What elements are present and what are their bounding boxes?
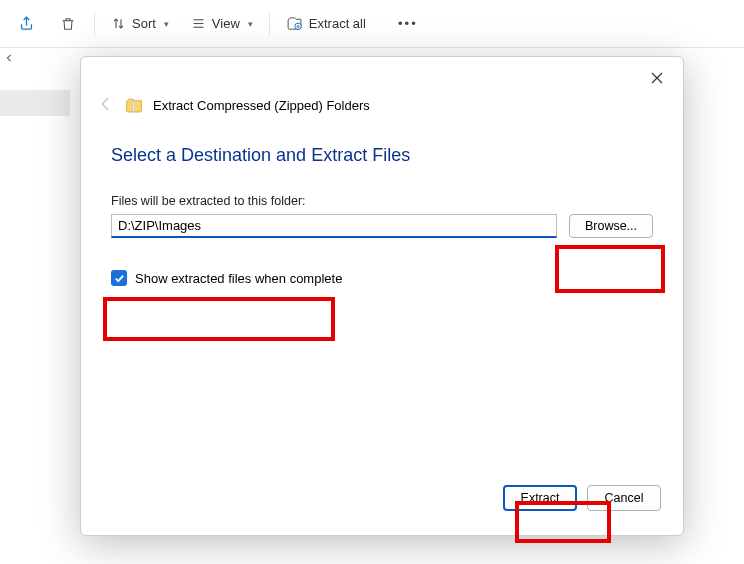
show-files-checkbox[interactable] [111,270,127,286]
share-button[interactable] [6,6,46,42]
cancel-button[interactable]: Cancel [587,485,661,511]
sort-button[interactable]: Sort ▾ [101,6,179,42]
extract-icon [286,15,303,32]
svg-rect-4 [133,100,135,111]
zip-folder-icon [125,98,143,114]
browse-button[interactable]: Browse... [569,214,653,238]
chevron-down-icon: ▾ [248,19,253,29]
chevron-down-icon: ▾ [164,19,169,29]
view-label: View [212,16,240,31]
toolbar-separator [94,12,95,36]
close-button[interactable] [639,65,675,93]
check-icon [114,273,125,284]
extract-all-label: Extract all [309,16,366,31]
extract-wizard-dialog: Extract Compressed (Zipped) Folders Sele… [80,56,684,536]
toolbar-separator [269,12,270,36]
delete-button[interactable] [48,6,88,42]
dialog-footer: Extract Cancel [503,485,661,511]
show-files-label: Show extracted files when complete [135,271,342,286]
extract-button[interactable]: Extract [503,485,577,511]
explorer-toolbar: Sort ▾ View ▾ Extract all ••• [0,0,744,48]
view-button[interactable]: View ▾ [181,6,263,42]
destination-path-input[interactable] [111,214,557,238]
dialog-title: Extract Compressed (Zipped) Folders [153,98,370,113]
sort-label: Sort [132,16,156,31]
extract-all-button[interactable]: Extract all [276,6,376,42]
dialog-heading: Select a Destination and Extract Files [111,145,653,166]
view-icon [191,16,206,31]
dialog-body: Select a Destination and Extract Files F… [111,145,653,286]
dialog-header: Extract Compressed (Zipped) Folders [97,95,370,116]
close-icon [651,71,663,87]
share-icon [18,15,35,32]
sort-icon [111,16,126,31]
more-icon: ••• [398,16,418,31]
more-button[interactable]: ••• [388,6,428,42]
nav-collapse-chevron[interactable] [0,48,18,68]
trash-icon [60,16,76,32]
destination-label: Files will be extracted to this folder: [111,194,653,208]
annotation-highlight [103,297,335,341]
sidebar-item-selected[interactable] [0,90,70,116]
back-arrow-icon[interactable] [97,95,115,116]
